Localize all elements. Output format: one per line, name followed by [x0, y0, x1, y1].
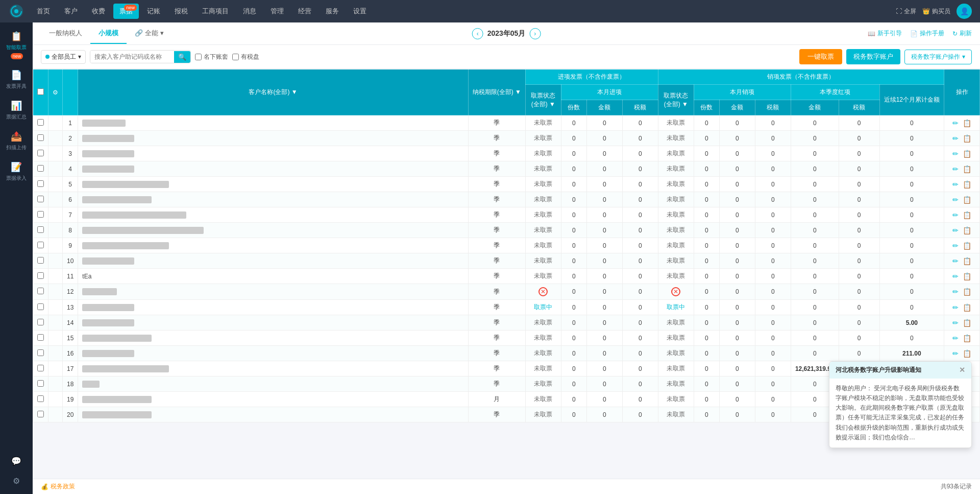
employee-filter[interactable]: 全部员工 ▾: [41, 50, 86, 64]
sidebar-item-invoice-open[interactable]: 📄 发票开具: [2, 65, 31, 94]
next-month-btn[interactable]: ›: [529, 28, 541, 39]
one-click-ticket-btn[interactable]: 一键取票: [799, 49, 842, 64]
copy-btn[interactable]: 📋: [962, 118, 972, 128]
row-checkbox[interactable]: [33, 300, 48, 315]
row-checkbox[interactable]: [33, 269, 48, 284]
scan-upload-icon: 📤: [11, 131, 22, 142]
copy-btn[interactable]: 📋: [962, 179, 972, 190]
red-tax-cell: 0: [839, 161, 879, 177]
row-checkbox[interactable]: [33, 223, 48, 238]
edit-btn[interactable]: ✏: [951, 256, 960, 266]
nav-item-message[interactable]: 消息: [237, 4, 262, 19]
edit-btn[interactable]: ✏: [951, 287, 960, 297]
red-amount-cell: 0: [791, 223, 839, 238]
row-checkbox[interactable]: [33, 346, 48, 361]
row-checkbox[interactable]: [33, 315, 48, 331]
edit-btn[interactable]: ✏: [951, 195, 960, 205]
copy-btn[interactable]: 📋: [962, 149, 972, 159]
row-checkbox[interactable]: [33, 253, 48, 269]
nav-item-ticket[interactable]: 票据 new: [113, 4, 139, 19]
sidebar-item-scan-upload[interactable]: 📤 扫描上传: [2, 127, 31, 155]
tab-general-taxpayer[interactable]: 一般纳税人: [41, 23, 90, 44]
row-checkbox[interactable]: [33, 207, 48, 223]
row-checkbox[interactable]: [33, 284, 48, 300]
nav-item-manage[interactable]: 管理: [264, 4, 290, 19]
refresh-link[interactable]: ↻ 刷新: [952, 29, 972, 38]
row-checkbox[interactable]: [33, 407, 48, 422]
close-popup-btn[interactable]: ✕: [959, 366, 965, 374]
row-checkbox[interactable]: [33, 377, 48, 392]
nav-item-business[interactable]: 工商项目: [196, 4, 235, 19]
nav-item-settings[interactable]: 设置: [347, 4, 373, 19]
tax-period-cell: 季: [468, 253, 525, 269]
search-button[interactable]: 🔍: [174, 51, 190, 63]
client-name-cell: ████████████: [78, 315, 468, 331]
new-guide-link[interactable]: 📖 新手引导: [868, 29, 902, 38]
nav-item-ops[interactable]: 经营: [292, 4, 317, 19]
copy-btn[interactable]: 📋: [962, 302, 972, 313]
row-checkbox[interactable]: [33, 146, 48, 161]
row-checkbox[interactable]: [33, 192, 48, 207]
edit-btn[interactable]: ✏: [951, 149, 960, 159]
row-checkbox[interactable]: [33, 177, 48, 192]
row-checkbox[interactable]: [33, 361, 48, 377]
copy-btn[interactable]: 📋: [962, 133, 972, 144]
checkbox-my-accounts[interactable]: 名下账套: [195, 53, 228, 61]
edit-btn[interactable]: ✏: [951, 348, 960, 359]
sidebar-item-ticket-entry[interactable]: 📝 票据录入: [2, 157, 31, 186]
tax-digital-account-btn[interactable]: 税务数字账户: [846, 49, 900, 64]
copy-btn[interactable]: 📋: [962, 287, 972, 297]
copy-btn[interactable]: 📋: [962, 318, 972, 328]
prev-month-btn[interactable]: ‹: [472, 28, 483, 39]
search-input[interactable]: [90, 51, 172, 63]
tax-policy-link[interactable]: 💰 税务政策: [41, 482, 75, 491]
row-checkbox[interactable]: [33, 331, 48, 346]
avatar[interactable]: 👤: [957, 4, 972, 19]
copy-btn[interactable]: 📋: [962, 333, 972, 343]
copy-btn[interactable]: 📋: [962, 271, 972, 281]
copy-btn[interactable]: 📋: [962, 256, 972, 266]
cum12-cell: 0: [879, 177, 944, 192]
nav-item-accounting[interactable]: 记账: [141, 4, 166, 19]
row-checkbox[interactable]: [33, 392, 48, 407]
edit-btn[interactable]: ✏: [951, 271, 960, 281]
edit-btn[interactable]: ✏: [951, 318, 960, 328]
member-btn[interactable]: 👑 购买员: [922, 7, 950, 16]
red-tax-cell: 0: [839, 331, 879, 346]
edit-btn[interactable]: ✏: [951, 302, 960, 313]
edit-btn[interactable]: ✏: [951, 333, 960, 343]
edit-btn[interactable]: ✏: [951, 241, 960, 251]
sidebar-item-ticket-summary[interactable]: 📊 票据汇总: [2, 96, 31, 125]
edit-btn[interactable]: ✏: [951, 133, 960, 144]
nav-item-tax[interactable]: 报税: [168, 4, 194, 19]
edit-btn[interactable]: ✏: [951, 164, 960, 174]
row-checkbox[interactable]: [33, 131, 48, 146]
copy-btn[interactable]: 📋: [962, 241, 972, 251]
row-checkbox[interactable]: [33, 238, 48, 253]
nav-item-fee[interactable]: 收费: [86, 4, 111, 19]
edit-btn[interactable]: ✏: [951, 210, 960, 220]
sidebar-item-smart-ticket[interactable]: 📋 智能取票 new: [2, 27, 31, 63]
fullscreen-btn[interactable]: ⛶ 全屏: [896, 7, 916, 16]
manual-link[interactable]: 📄 操作手册: [910, 29, 944, 38]
row-checkbox[interactable]: [33, 115, 48, 131]
copy-btn[interactable]: 📋: [962, 195, 972, 205]
nav-item-client[interactable]: 客户: [58, 4, 84, 19]
tab-all[interactable]: 🔗 全能 ▾: [127, 23, 172, 44]
tax-digital-op-btn[interactable]: 税务数字账户操作 ▾: [904, 50, 972, 64]
copy-btn[interactable]: 📋: [962, 348, 972, 359]
copy-btn[interactable]: 📋: [962, 210, 972, 220]
edit-btn[interactable]: ✏: [951, 225, 960, 236]
copy-btn[interactable]: 📋: [962, 164, 972, 174]
tab-small-scale[interactable]: 小规模: [90, 23, 127, 44]
edit-btn[interactable]: ✏: [951, 118, 960, 128]
select-all-checkbox[interactable]: [37, 88, 44, 95]
edit-btn[interactable]: ✏: [951, 179, 960, 190]
nav-item-service[interactable]: 服务: [320, 4, 345, 19]
row-checkbox[interactable]: [33, 161, 48, 177]
nav-item-home[interactable]: 首页: [31, 4, 56, 19]
sidebar-item-gear[interactable]: ⚙: [2, 472, 31, 490]
sidebar-item-chat[interactable]: 💬: [2, 452, 31, 470]
checkbox-has-tax-disk[interactable]: 有税盘: [232, 53, 259, 61]
copy-btn[interactable]: 📋: [962, 225, 972, 236]
